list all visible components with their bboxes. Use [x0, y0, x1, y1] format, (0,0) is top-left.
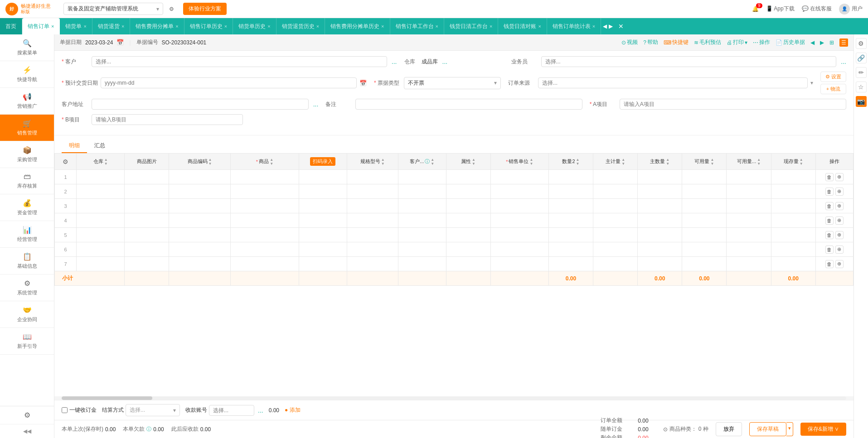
sidebar-item-purchase[interactable]: 📦 采购管理 [0, 141, 54, 168]
sidebar-item-search[interactable]: 🔍 搜索菜单 [0, 34, 54, 61]
th-gear[interactable]: ⚙ [55, 154, 77, 170]
online-service-link[interactable]: 💬 在线客服 [802, 5, 832, 13]
settings-setup-btn[interactable]: ⚙ 设置 [820, 72, 846, 82]
print-btn[interactable]: 🖨 打印 ▾ [727, 39, 747, 46]
close-icon[interactable]: × [175, 24, 178, 29]
th-available[interactable]: 可用量▲▼ [682, 154, 727, 170]
tab-sales-fee[interactable]: 销售费用分摊单 × [130, 18, 184, 34]
staff-input[interactable] [541, 56, 837, 67]
th-customer-code[interactable]: 客户...ⓘ▲▼ [398, 154, 446, 170]
prev-record-btn[interactable]: ◀ [810, 39, 815, 46]
copy-row-btn[interactable]: ⊕ [835, 202, 844, 210]
close-icon[interactable]: × [51, 24, 54, 29]
th-spec[interactable]: 规格型号▲▼ [347, 154, 398, 170]
profit-btn[interactable]: ≋ 毛利预估 [694, 39, 721, 46]
message-icon[interactable]: 🔔 9 [752, 6, 759, 12]
payment-method-select[interactable]: 选择... ▾ [126, 404, 180, 416]
delete-row-btn[interactable]: 🗑 [825, 217, 834, 225]
scan-input-btn[interactable]: 扫码录入 [310, 157, 335, 166]
th-main-qty[interactable]: 主数量▲▼ [638, 154, 682, 170]
close-icon[interactable]: × [592, 24, 595, 29]
right-settings-btn[interactable]: ⚙ [856, 38, 867, 49]
th-product[interactable]: *商品▲▼ [230, 154, 299, 170]
account-more-btn[interactable]: ... [258, 407, 263, 414]
delete-row-btn[interactable]: 🗑 [825, 245, 834, 254]
delete-row-btn[interactable]: 🗑 [825, 188, 834, 196]
close-icon[interactable]: × [538, 24, 541, 29]
view-video-btn[interactable]: ⊙ 视频 [621, 39, 638, 46]
account-input[interactable] [209, 405, 254, 416]
copy-row-btn[interactable]: ⊕ [835, 260, 844, 268]
address-more-btn[interactable]: ... [313, 101, 319, 108]
tab-daily-clear-account[interactable]: 钱货日清对账 × [498, 18, 547, 34]
invoice-select[interactable]: 不开票 ▾ [404, 77, 501, 89]
column-settings-icon[interactable]: ⚙ [63, 158, 68, 165]
tab-invoice-history[interactable]: 销货单历史 × [233, 18, 276, 34]
right-link-btn[interactable]: 🔗 [856, 53, 867, 63]
th-qty2[interactable]: 数量2▲▼ [548, 154, 593, 170]
tab-sales-order[interactable]: 销售订单 × [22, 18, 60, 34]
shortcut-btn[interactable]: ⌨ 快捷键 [664, 39, 689, 46]
warehouse-more-btn[interactable]: ... [442, 58, 448, 65]
save-draft-btn[interactable]: 保存草稿 [749, 422, 786, 436]
app-download-link[interactable]: 📱 App下载 [766, 5, 795, 13]
close-icon[interactable]: × [83, 24, 86, 29]
industry-btn[interactable]: 体验行业方案 [183, 3, 227, 15]
close-icon[interactable]: × [267, 24, 270, 29]
close-icon[interactable]: × [316, 24, 319, 29]
one-click-payment-checkbox[interactable] [62, 407, 68, 413]
customer-input[interactable] [92, 56, 387, 67]
next-record-btn[interactable]: ▶ [820, 39, 824, 46]
sidebar-item-basic-info[interactable]: 📋 基础信息 [0, 248, 54, 274]
close-icon[interactable]: × [490, 24, 492, 29]
close-icon[interactable]: × [381, 24, 384, 29]
save-new-btn[interactable]: 保存&新增 ∨ [800, 423, 846, 436]
delete-row-btn[interactable]: 🗑 [825, 231, 834, 239]
a-project-input[interactable] [620, 99, 846, 110]
sidebar-item-quicknav[interactable]: ⚡ 快捷导航 [0, 61, 54, 88]
th-code[interactable]: 商品编码▲▼ [169, 154, 231, 170]
list-view-btn[interactable]: ☰ [839, 39, 848, 47]
user-area[interactable]: 👤 用户 [839, 4, 863, 14]
close-icon[interactable]: × [121, 24, 124, 29]
nav-tabs-arrows[interactable]: ◀ ▶ [601, 23, 614, 29]
tab-summary[interactable]: 汇总 [87, 139, 112, 153]
close-all-tabs-btn[interactable]: ✕ [615, 23, 627, 30]
operate-btn[interactable]: ⋯ 操作 [753, 39, 770, 46]
tab-return-history[interactable]: 销货退货历史 × [276, 18, 325, 34]
close-icon[interactable]: × [224, 24, 227, 29]
note-input[interactable] [355, 99, 582, 110]
delivery-calendar-icon[interactable]: 📅 [359, 80, 367, 87]
tab-order-workbench[interactable]: 销售订单工作台 × [390, 18, 444, 34]
tab-sales-return[interactable]: 销货退货 × [92, 18, 130, 34]
sidebar-item-guide[interactable]: 📖 新手引导 [0, 328, 54, 355]
copy-row-btn[interactable]: ⊕ [835, 231, 844, 239]
th-attribute[interactable]: 属性▲▼ [446, 154, 490, 170]
sidebar-item-finance[interactable]: 💰 资金管理 [0, 194, 54, 221]
add-logistics-btn[interactable]: + 物流 [820, 84, 846, 94]
b-project-input[interactable] [92, 114, 243, 125]
delete-row-btn[interactable]: 🗑 [825, 260, 834, 268]
right-star-btn[interactable]: ☆ [856, 82, 867, 92]
discard-btn[interactable]: 放弃 [716, 422, 742, 436]
delete-row-btn[interactable]: 🗑 [825, 202, 834, 210]
close-icon[interactable]: × [436, 24, 438, 29]
right-camera-btn[interactable]: 📷 [856, 96, 867, 107]
sidebar-settings[interactable]: ⚙ [0, 406, 54, 424]
delivery-input[interactable] [101, 77, 357, 88]
th-main-unit[interactable]: 主计量▲▼ [593, 154, 638, 170]
th-warehouse[interactable]: 仓库▲▼ [77, 154, 125, 170]
address-input[interactable] [92, 99, 309, 110]
copy-row-btn[interactable]: ⊕ [835, 217, 844, 225]
copy-row-btn[interactable]: ⊕ [835, 245, 844, 254]
tab-detail[interactable]: 明细 [62, 139, 87, 153]
help-btn[interactable]: ? 帮助 [643, 39, 658, 46]
tab-home[interactable]: 首页 [0, 18, 22, 34]
sidebar-item-system[interactable]: ⚙ 系统管理 [0, 274, 54, 301]
th-available2[interactable]: 可用量...▲▼ [727, 154, 771, 170]
tab-sales-invoice[interactable]: 销货单 × [60, 18, 92, 34]
settings-icon[interactable]: ⚙ [167, 5, 176, 14]
sidebar-item-marketing[interactable]: 📢 营销推广 [0, 88, 54, 115]
add-payment-btn[interactable]: ● ● 添加添加 [285, 406, 301, 414]
order-source-arrow[interactable]: ▾ [810, 80, 813, 86]
